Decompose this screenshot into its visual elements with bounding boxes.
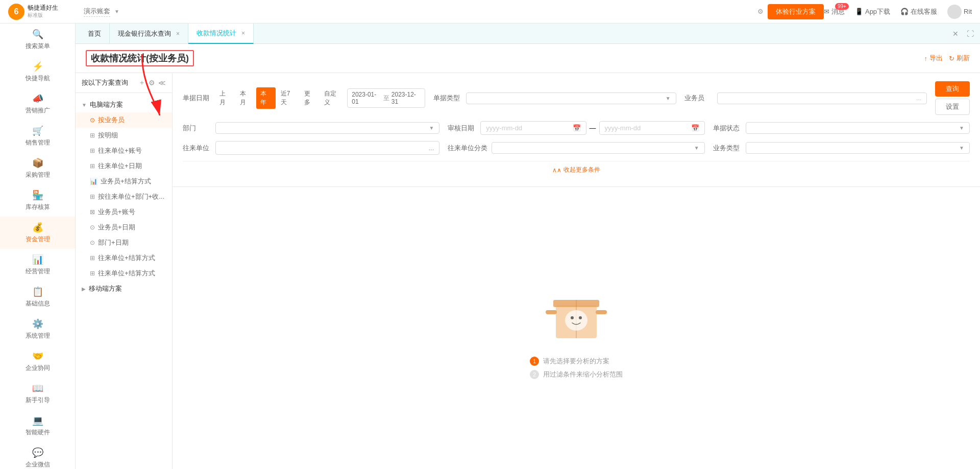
sidebar-item-inventory[interactable]: 🏪 库存核算 [0,184,75,217]
tab-receipt-close-icon[interactable]: × [241,30,245,37]
calendar-icon[interactable]: 📅 [573,124,581,132]
svg-rect-7 [596,310,607,314]
voucher-status-select[interactable]: ▼ [746,122,970,134]
user-profile[interactable]: Rit [947,5,972,19]
sidebar-item-marketing[interactable]: 📣 营销推广 [0,88,75,120]
dept-dropdown-icon: ▼ [429,125,434,131]
salesman-select[interactable]: … [717,92,927,104]
date-filter-label: 单据日期 [183,93,211,103]
quick-nav-icon: ⚡ [32,61,43,72]
dept-select[interactable]: ▼ [215,122,439,134]
svg-rect-6 [546,310,557,314]
collapse-icon: ∧∧ [552,167,561,174]
filter-row-1: 单据日期 上月 本月 本年 近7天 更多 自定义 [183,81,970,115]
sidebar-item-finance[interactable]: 💰 资金管理 [0,217,75,249]
audit-date-from-input[interactable]: yyyy-mm-dd 📅 [480,121,586,135]
sidebar-item-business[interactable]: 📊 经营管理 [0,249,75,281]
collapse-label: 收起更多条件 [564,166,600,174]
tab-close-all-icon[interactable]: ✕ [950,28,961,40]
scheme-item-salesman-date[interactable]: ⊙ 业务员+日期 [76,220,172,235]
scheme-item-partner-settlement1[interactable]: ⊞ 往来单位+结算方式 [76,250,172,266]
company-dropdown-icon[interactable]: ▼ [114,9,119,14]
setting-button[interactable]: 设置 [935,99,970,115]
left-panel: 按以下方案查询 ＋ ⚙ ≪ ▼ 电脑端方案 ⊙ 按业务员 [76,73,173,469]
sidebar-item-search[interactable]: 🔍 搜索菜单 [0,24,75,56]
dept-label: 部门 [183,124,211,133]
sidebar-item-hardware[interactable]: 💻 智能硬件 [0,410,75,442]
app-download-icon: 📱 [855,8,863,15]
scheme-tree: ▼ 电脑端方案 ⊙ 按业务员 ⊞ 按明细 ⊞ [76,93,172,300]
scheme-icon: ⊙ [90,239,95,246]
scheme-item-partner-account[interactable]: ⊞ 往来单位+账号 [76,143,172,158]
sidebar-item-sales[interactable]: 🛒 销售管理 [0,120,75,152]
scheme-item-by-salesman[interactable]: ⊙ 按业务员 [76,112,172,128]
guide-icon: 📖 [32,383,43,394]
logo-icon: 6 [8,4,24,20]
base-icon: 📋 [32,286,43,297]
app-download-button[interactable]: 📱 App下载 [855,7,890,16]
date-tab-more[interactable]: 更多 [300,87,320,109]
scheme-item-partner-settlement2[interactable]: ⊞ 往来单位+结算方式 [76,266,172,281]
add-scheme-icon[interactable]: ＋ [138,78,145,87]
scheme-group-mobile[interactable]: ▶ 移动端方案 [76,281,172,296]
filter-voucher-status: 单据状态 ▼ [713,122,970,134]
tab-bank-close-icon[interactable]: × [176,30,180,37]
scheme-item-partner-date[interactable]: ⊞ 往来单位+日期 [76,158,172,174]
date-tab-custom[interactable]: 自定义 [320,87,345,109]
enterprise-icon: 🤝 [32,350,43,362]
scheme-item-by-detail[interactable]: ⊞ 按明细 [76,128,172,143]
sidebar-item-quick-nav[interactable]: ⚡ 快捷导航 [0,56,75,88]
tab-home[interactable]: 首页 [80,24,110,44]
scheme-group-pc[interactable]: ▼ 电脑端方案 [76,97,172,112]
scheme-item-partner-dept[interactable]: ⊞ 按往来单位+部门+收... [76,189,172,204]
collapse-panel-icon[interactable]: ≪ [158,79,166,87]
date-tab-7days[interactable]: 近7天 [277,87,299,109]
refresh-button[interactable]: ↻ 刷新 [949,54,970,63]
filter-dept: 部门 ▼ [183,122,439,134]
sidebar-item-guide[interactable]: 📖 新手引导 [0,378,75,410]
online-service-button[interactable]: 🎧 在线客服 [900,7,937,16]
tab-maximize-icon[interactable]: ⛶ [965,28,976,40]
settings-icon[interactable]: ⚙ [753,5,768,19]
trial-button[interactable]: 体验行业方案 [768,4,824,19]
partner-category-label: 往来单位分类 [448,144,487,153]
query-button[interactable]: 查询 [935,81,970,97]
sidebar-item-wechat[interactable]: 💬 企业微信 [0,442,75,469]
partner-dots[interactable]: ... [428,144,434,152]
date-filter-control: 上月 本月 本年 近7天 更多 自定义 2023-01-01 [215,87,425,109]
audit-date-to-input[interactable]: yyyy-mm-dd 📅 [599,121,705,135]
filter-row-3: 往来单位 ... 往来单位分类 ▼ [183,141,970,155]
date-tab-this-month[interactable]: 本月 [236,87,255,109]
date-range-input[interactable]: 2023-01-01 至 2023-12-31 [347,88,425,108]
message-button[interactable]: ✉ 消息 99+ [824,7,845,16]
partner-category-select[interactable]: ▼ [492,142,704,154]
date-range-separator: — [590,124,596,132]
audit-date-from-placeholder: yyyy-mm-dd [486,124,522,132]
collapse-bar[interactable]: ∧∧ 收起更多条件 [183,161,970,178]
business-type-select[interactable]: ▼ [746,142,970,154]
scheme-item-salesman-settlement[interactable]: 📊 业务员+结算方式 [76,174,172,189]
calendar-icon-2[interactable]: 📅 [691,124,699,132]
sidebar-item-label: 资金管理 [26,235,50,244]
sidebar-item-system[interactable]: ⚙️ 系统管理 [0,313,75,345]
scheme-item-dept-date[interactable]: ⊙ 部门+日期 [76,235,172,250]
scheme-icon: ⊞ [90,162,95,170]
partner-select[interactable]: ... [215,141,439,155]
sidebar-item-enterprise[interactable]: 🤝 企业协同 [0,345,75,378]
voucher-type-select[interactable]: ▼ [466,92,676,104]
sidebar-item-purchase[interactable]: 📦 采购管理 [0,152,75,184]
date-tab-this-year[interactable]: 本年 [256,87,276,109]
scheme-item-salesman-account[interactable]: ⊠ 业务员+账号 [76,204,172,220]
company-selector[interactable]: 演示账套 ▼ [84,7,753,17]
export-button[interactable]: ↑ 导出 [924,54,943,63]
sidebar-item-label: 企业微信 [26,460,50,469]
filter-date: 单据日期 上月 本月 本年 近7天 更多 自定义 [183,87,425,109]
sidebar-item-base[interactable]: 📋 基础信息 [0,281,75,313]
tab-bank[interactable]: 现金银行流水查询 × [110,24,188,44]
right-panel: 单据日期 上月 本月 本年 近7天 更多 自定义 [173,73,980,469]
date-tab-last-month[interactable]: 上月 [215,87,235,109]
date-to: 2023-12-31 [391,91,421,105]
tab-receipt[interactable]: 收款情况统计 × [188,24,254,44]
filter-partner-category: 往来单位分类 ▼ [448,142,704,154]
scheme-settings-icon[interactable]: ⚙ [149,79,155,87]
